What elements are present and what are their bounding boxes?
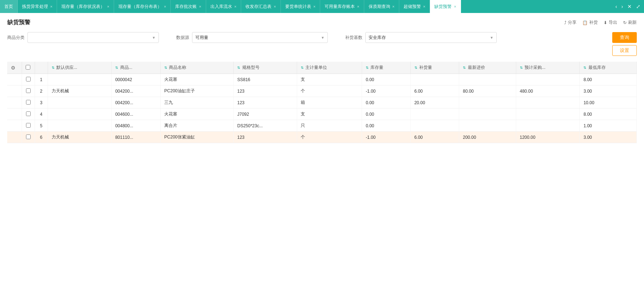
th-min-stock[interactable]: ⇅ 最低库存	[580, 62, 637, 74]
td-latest-price: 200.00	[459, 132, 516, 143]
close-tab-shortage[interactable]: ×	[454, 4, 456, 9]
row-checkbox-1[interactable]	[26, 77, 31, 81]
close-tab-inout-flow[interactable]: ×	[234, 4, 236, 9]
row-checkbox-5[interactable]	[26, 123, 31, 128]
row-checkbox-6[interactable]	[26, 134, 31, 139]
table-header-row: ⚙ ⇅ 默认供应... ⇅ 商品... ⇅ 商品名称	[7, 62, 637, 74]
close-tab-batch[interactable]: ×	[199, 4, 201, 9]
tab-order-stat[interactable]: 要货单统计表 ×	[281, 0, 320, 13]
td-latest-price	[459, 120, 516, 132]
export-button[interactable]: ⬇ 导出	[604, 19, 617, 26]
td-latest-price	[459, 109, 516, 120]
share-button[interactable]: ⤴ 分享	[564, 19, 576, 26]
td-latest-price	[459, 97, 516, 109]
td-supplier	[48, 97, 112, 109]
query-button[interactable]: 查询	[612, 32, 637, 43]
td-est-purchase	[516, 109, 580, 120]
export-icon: ⬇	[604, 20, 607, 25]
td-check	[22, 132, 35, 143]
td-est-purchase	[516, 97, 580, 109]
th-replenish[interactable]: ⇅ 补货量	[410, 62, 459, 74]
settings-button[interactable]: 设置	[612, 45, 637, 56]
td-min-stock: 10.00	[580, 97, 637, 109]
td-settings	[7, 120, 22, 132]
td-unit: 个	[297, 85, 362, 97]
settings-column-icon[interactable]: ⚙	[11, 65, 16, 71]
close-tab-abnormal[interactable]: ×	[50, 4, 52, 9]
tab-stock-status[interactable]: 现存量（库存状况表） ×	[57, 0, 114, 13]
td-settings	[7, 97, 22, 109]
td-product-name: 火花塞	[161, 74, 234, 85]
close-tab-order-stat[interactable]: ×	[313, 4, 316, 9]
sort-icon-product-code: ⇅	[115, 66, 118, 70]
tab-stock-dist[interactable]: 现存量（库存分布表） ×	[114, 0, 171, 13]
th-settings[interactable]: ⚙	[7, 62, 22, 74]
th-est-purchase[interactable]: ⇅ 预计采购...	[516, 62, 580, 74]
sort-icon-latest-price: ⇅	[463, 66, 466, 70]
td-settings	[7, 74, 22, 85]
datasource-select[interactable]: 可用量 ▼	[192, 32, 328, 43]
td-latest-price	[459, 74, 516, 85]
row-checkbox-3[interactable]	[26, 100, 31, 105]
td-num: 4	[35, 109, 48, 120]
refresh-button[interactable]: ↻ 刷新	[623, 19, 637, 26]
td-min-stock: 8.00	[580, 74, 637, 85]
th-supplier[interactable]: ⇅ 默认供应...	[48, 62, 112, 74]
tab-receive[interactable]: 收发存汇总表 ×	[241, 0, 280, 13]
category-select[interactable]: ▼	[27, 32, 159, 43]
tab-close-all-button[interactable]: ✕	[625, 2, 634, 11]
close-tab-expiry[interactable]: ×	[392, 4, 395, 9]
tab-home[interactable]: 首页	[0, 0, 18, 13]
tab-abnormal[interactable]: 拣货异常处理 ×	[18, 0, 57, 13]
th-unit[interactable]: ⇅ 主计量单位	[297, 62, 362, 74]
header-actions: ⤴ 分享 📋 补货 ⬇ 导出 ↻ 刷新	[564, 19, 637, 26]
replenish-button[interactable]: 📋 补货	[582, 19, 598, 26]
page-header: 缺货预警 ⤴ 分享 📋 补货 ⬇ 导出 ↻ 刷新	[7, 19, 637, 26]
td-est-purchase	[516, 74, 580, 85]
replenish-icon: 📋	[582, 20, 588, 25]
close-tab-overstock[interactable]: ×	[423, 4, 425, 9]
select-all-checkbox[interactable]	[26, 65, 30, 70]
tab-bar: 首页 拣货异常处理 × 现存量（库存状况表） × 现存量（库存分布表） × 库存…	[0, 0, 644, 13]
th-stock[interactable]: ⇅ 库存量	[362, 62, 411, 74]
tab-overstock[interactable]: 超储预警 ×	[399, 0, 430, 13]
td-product-code: 004800...	[112, 120, 161, 132]
th-product-name[interactable]: ⇅ 商品名称	[161, 62, 234, 74]
table-row: 3 004200... 三九 123 箱 0.00 20.00 10.00	[7, 97, 637, 109]
th-product-code[interactable]: ⇅ 商品...	[112, 62, 161, 74]
tab-next-button[interactable]: ›	[619, 2, 625, 11]
td-stock: 0.00	[362, 120, 411, 132]
td-unit: 只	[297, 120, 362, 132]
tab-expiry[interactable]: 保质期查询 ×	[364, 0, 399, 13]
datasource-label: 数据源	[176, 35, 189, 41]
tab-shortage[interactable]: 缺货预警 ×	[430, 0, 461, 13]
td-spec: DS250*23c...	[234, 120, 297, 132]
replenish-base-value: 安全库存	[369, 35, 386, 41]
sort-icon-unit: ⇅	[301, 66, 304, 70]
tab-inout-flow[interactable]: 出入库流水 ×	[206, 0, 241, 13]
th-num	[35, 62, 48, 74]
tab-batch[interactable]: 库存批次账 ×	[171, 0, 206, 13]
tab-fullscreen-button[interactable]: ⤢	[634, 2, 643, 11]
td-num: 3	[35, 97, 48, 109]
th-latest-price[interactable]: ⇅ 最新进价	[459, 62, 516, 74]
category-dropdown-icon: ▼	[152, 36, 156, 40]
th-spec[interactable]: ⇅ 规格型号	[234, 62, 297, 74]
close-tab-receive[interactable]: ×	[274, 4, 276, 9]
close-tab-stock-dist[interactable]: ×	[164, 4, 166, 9]
close-tab-stock-status[interactable]: ×	[107, 4, 109, 9]
datasource-select-value: 可用量	[195, 35, 208, 41]
tab-prev-button[interactable]: ‹	[613, 2, 619, 11]
data-table: ⚙ ⇅ 默认供应... ⇅ 商品... ⇅ 商品名称	[7, 62, 637, 143]
close-tab-avail-ledger[interactable]: ×	[357, 4, 359, 9]
row-checkbox-2[interactable]	[26, 88, 31, 93]
filter-actions: 查询 设置	[612, 32, 637, 56]
td-min-stock: 1.00	[580, 120, 637, 132]
td-check	[22, 109, 35, 120]
replenish-base-select[interactable]: 安全库存 ▼	[365, 32, 497, 43]
sort-icon-est-purchase: ⇅	[520, 66, 523, 70]
row-checkbox-4[interactable]	[26, 111, 31, 116]
td-replenish	[410, 74, 459, 85]
td-stock: -1.00	[362, 85, 411, 97]
tab-avail-ledger[interactable]: 可用量库存账本 ×	[320, 0, 364, 13]
